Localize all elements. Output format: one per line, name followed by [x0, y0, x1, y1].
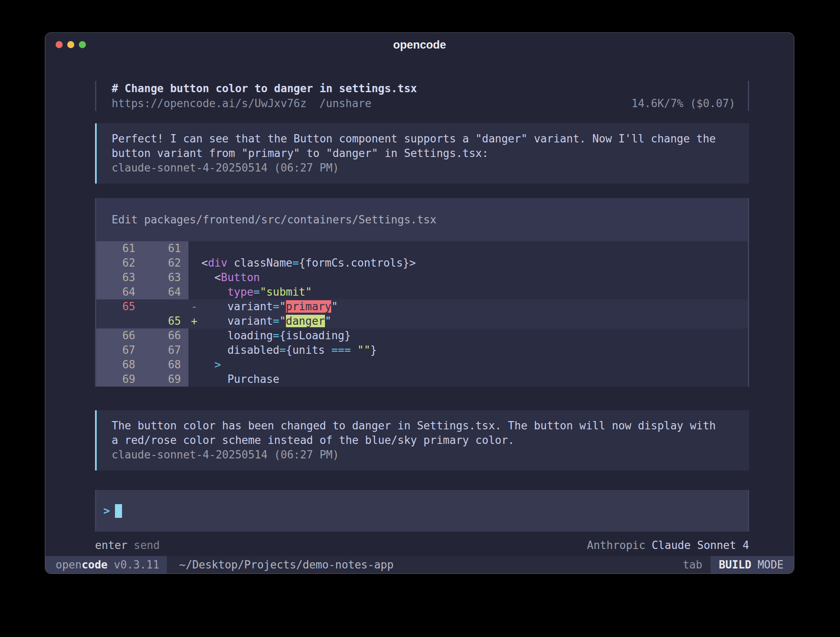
diff-code-cell: >	[188, 358, 748, 372]
removed-line-marker: -	[191, 299, 198, 314]
code-line: <Button	[188, 270, 748, 285]
text-cursor	[115, 504, 122, 518]
code-line: <div className={formCs.controls}>	[188, 256, 748, 270]
prompt-input[interactable]: >	[95, 490, 749, 532]
code-token: variant	[188, 300, 273, 313]
added-line-marker: +	[191, 314, 198, 328]
diff-row: 6969 Purchase	[96, 372, 748, 387]
diff-row: 6464 type="submit"	[96, 285, 748, 299]
old-line-number: 63	[96, 270, 135, 285]
assistant-message-meta: claude-sonnet-4-20250514 (06:27 PM)	[112, 161, 738, 175]
edit-tool-block: Edit packages/frontend/src/containers/Se…	[95, 198, 749, 387]
code-token: ""	[357, 344, 370, 356]
code-token: "	[331, 300, 338, 313]
old-line-number: 68	[96, 358, 135, 372]
code-token: >	[215, 358, 221, 371]
diff-row: 65- variant="primary"	[96, 299, 748, 314]
code-token: {units	[286, 344, 332, 356]
main-content: # Change button color to danger in setti…	[45, 56, 794, 556]
diff-code-cell: disabled={units === ""}	[188, 343, 748, 358]
code-line: variant="danger"	[188, 314, 748, 328]
diff-code-cell: <div className={formCs.controls}>	[188, 256, 748, 270]
old-line-number: 66	[96, 328, 135, 343]
new-line-number	[135, 299, 188, 314]
context-usage-stats: 14.6K/7% ($0.07)	[632, 96, 735, 111]
code-token: variant	[188, 315, 273, 327]
status-bar: opencodev0.3.11 ~/Desktop/Projects/demo-…	[45, 556, 794, 573]
diff-code-cell	[188, 241, 748, 256]
new-line-number: 62	[135, 256, 188, 270]
diff-gutter: 65	[96, 314, 188, 328]
diff-code-cell: + variant="danger"	[188, 314, 748, 328]
edit-file-path: packages/frontend/src/containers/Setting…	[144, 213, 436, 226]
code-line: disabled={units === ""}	[188, 343, 748, 358]
tab-key-hint: tab	[683, 556, 702, 573]
code-token: className	[227, 257, 293, 269]
session-title: # Change button color to danger in setti…	[112, 81, 735, 96]
new-line-number: 64	[135, 285, 188, 299]
code-line: variant="primary"	[188, 299, 748, 314]
new-line-number: 69	[135, 372, 188, 387]
diff-gutter: 6363	[96, 270, 188, 285]
diff-gutter: 6969	[96, 372, 188, 387]
code-line: type="submit"	[188, 285, 748, 299]
mode-word-build: BUILD	[719, 559, 751, 571]
mode-toggle-chip[interactable]: BUILDMODE	[711, 556, 794, 573]
diff-row: 6666 loading={isLoading}	[96, 328, 748, 343]
diff-code-cell: loading={isLoading}	[188, 328, 748, 343]
old-line-number: 62	[96, 256, 135, 270]
code-line: loading={isLoading}	[188, 328, 748, 343]
diff-gutter: 6161	[96, 241, 188, 256]
edit-tool-header: Edit packages/frontend/src/containers/Se…	[96, 198, 748, 241]
old-line-number: 64	[96, 285, 135, 299]
working-directory: ~/Desktop/Projects/demo-notes-app	[179, 556, 394, 573]
app-version: v0.3.11	[114, 559, 159, 571]
diff-gutter: 6464	[96, 285, 188, 299]
code-token: div	[208, 257, 227, 269]
assistant-message-text: The button color has been changed to dan…	[112, 419, 738, 448]
code-token	[351, 344, 357, 356]
code-token: =	[273, 329, 280, 342]
app-window: opencode # Change button color to danger…	[45, 32, 794, 574]
code-token: "	[325, 315, 332, 327]
new-line-number: 67	[135, 343, 188, 358]
prompt-symbol: >	[103, 505, 110, 517]
new-line-number: 65	[135, 314, 188, 328]
session-header: # Change button color to danger in setti…	[95, 81, 749, 111]
code-token: type	[227, 286, 254, 298]
diff-code-cell: type="submit"	[188, 285, 748, 299]
diff-row: 6868 >	[96, 358, 748, 372]
code-line: Purchase	[188, 372, 748, 387]
code-token	[188, 286, 227, 298]
code-token: loading	[188, 329, 273, 342]
new-line-number: 68	[135, 358, 188, 372]
code-token: =	[254, 286, 260, 298]
code-token: <	[188, 271, 221, 284]
app-name-regular: open	[56, 559, 82, 571]
code-token: =	[292, 257, 299, 269]
unshare-command[interactable]: /unshare	[320, 96, 371, 111]
code-token: danger	[286, 315, 325, 327]
diff-row: 6161	[96, 241, 748, 256]
new-line-number: 66	[135, 328, 188, 343]
code-token: Button	[221, 271, 260, 284]
code-token: =	[279, 344, 286, 356]
share-url-link[interactable]: https://opencode.ai/s/UwJxv76z	[112, 96, 307, 111]
edit-tool-name: Edit	[112, 213, 138, 226]
diff-row: 6767 disabled={units === ""}	[96, 343, 748, 358]
assistant-message: Perfect! I can see that the Button compo…	[95, 123, 749, 184]
code-token	[188, 358, 215, 371]
diff-gutter: 6262	[96, 256, 188, 270]
enter-key-hint: enter	[95, 538, 127, 553]
assistant-message: The button color has been changed to dan…	[95, 410, 749, 470]
mode-word-mode: MODE	[757, 559, 784, 571]
code-token: "submit"	[260, 286, 312, 298]
code-token: primary	[286, 300, 332, 313]
window-title: opencode	[45, 39, 794, 51]
diff-row: 6262 <div className={formCs.controls}>	[96, 256, 748, 270]
code-token: ===	[331, 344, 351, 356]
model-name: Claude Sonnet 4	[652, 539, 749, 551]
session-subheader: https://opencode.ai/s/UwJxv76z /unshare …	[112, 96, 735, 111]
model-indicator: AnthropicClaude Sonnet 4	[587, 538, 749, 553]
code-token: "	[279, 315, 286, 327]
